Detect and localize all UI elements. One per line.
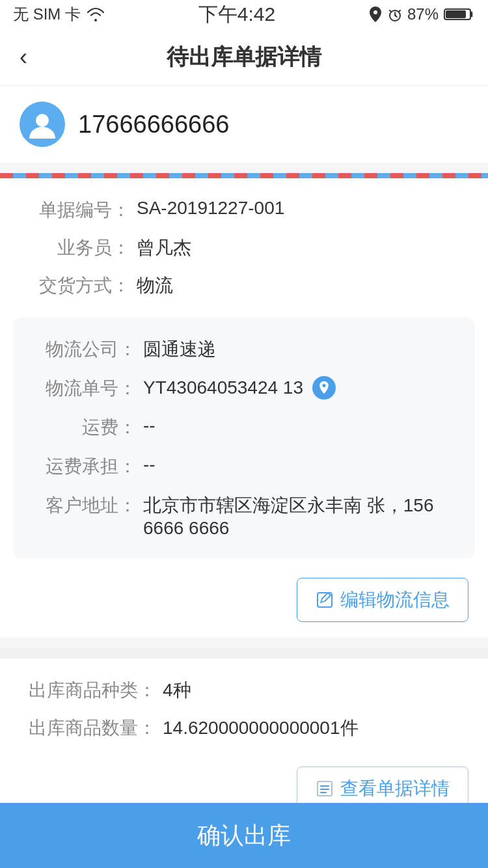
edit-icon (316, 591, 334, 609)
goods-type-label: 出库商品种类： (26, 678, 156, 703)
goods-block: 出库商品种类： 4种 出库商品数量： 14.620000000000001件 (0, 658, 488, 760)
freight-value: -- (137, 415, 455, 436)
salesman-label: 业务员： (26, 236, 130, 260)
goods-qty-value: 14.620000000000001件 (156, 716, 359, 740)
order-number-value: SA-20191227-001 (130, 198, 462, 219)
logistics-tracking-row: 物流单号： YT43064053424 13 (33, 376, 455, 401)
freight-bearer-label: 运费承担： (33, 454, 137, 479)
dashed-divider (0, 173, 488, 178)
page-title: 待出库单据详情 (167, 42, 321, 72)
user-icon (27, 109, 57, 139)
logistics-company-value: 圆通速递 (137, 337, 455, 362)
address-row: 客户地址： 北京市市辖区海淀区永丰南 张，156 6666 6666 (33, 493, 455, 539)
logistics-tracking-label: 物流单号： (33, 376, 137, 401)
salesman-row: 业务员： 曾凡杰 (26, 236, 462, 260)
customer-phone: 17666666666 (78, 111, 229, 139)
logistics-company-label: 物流公司： (33, 337, 137, 362)
address-value: 北京市市辖区海淀区永丰南 张，156 6666 6666 (137, 493, 455, 539)
svg-point-4 (36, 114, 49, 127)
order-number-label: 单据编号： (26, 198, 130, 223)
confirm-button[interactable]: 确认出库 (0, 803, 488, 868)
order-info-block: 单据编号： SA-20191227-001 业务员： 曾凡杰 交货方式： 物流 (0, 178, 488, 318)
edit-btn-row: 编辑物流信息 (0, 571, 488, 638)
status-right: 87% (368, 5, 475, 23)
order-info-section: 单据编号： SA-20191227-001 业务员： 曾凡杰 交货方式： 物流 … (0, 178, 488, 638)
freight-label: 运费： (33, 415, 137, 440)
goods-qty-label: 出库商品数量： (26, 716, 156, 740)
freight-row: 运费： -- (33, 415, 455, 440)
battery-icon (444, 7, 475, 22)
svg-rect-3 (446, 10, 466, 18)
status-time: 下午4:42 (198, 1, 275, 28)
address-label: 客户地址： (33, 493, 137, 518)
carrier-label: 无 SIM 卡 (13, 4, 81, 25)
customer-header: 17666666666 (0, 86, 488, 163)
goods-type-row: 出库商品种类： 4种 (26, 678, 462, 703)
delivery-label: 交货方式： (26, 273, 130, 298)
avatar (20, 102, 65, 147)
delivery-row: 交货方式： 物流 (26, 273, 462, 298)
delivery-value: 物流 (130, 273, 462, 298)
location-active-icon (368, 6, 383, 23)
wifi-icon (86, 7, 105, 21)
svg-point-5 (322, 384, 325, 387)
logistics-tracking-value: YT43064053424 13 (137, 376, 455, 400)
section-divider (0, 648, 488, 658)
freight-bearer-value: -- (137, 454, 455, 475)
status-left: 无 SIM 卡 (13, 4, 105, 25)
goods-qty-row: 出库商品数量： 14.620000000000001件 (26, 716, 462, 740)
back-button[interactable]: ‹ (20, 44, 27, 71)
edit-logistics-button[interactable]: 编辑物流信息 (297, 578, 468, 622)
logistics-company-row: 物流公司： 圆通速递 (33, 337, 455, 362)
alarm-icon (388, 6, 402, 23)
svg-point-0 (373, 10, 377, 14)
freight-bearer-row: 运费承担： -- (33, 454, 455, 479)
battery-label: 87% (407, 5, 439, 23)
goods-type-value: 4种 (156, 678, 191, 703)
salesman-value: 曾凡杰 (130, 236, 462, 260)
logistics-card: 物流公司： 圆通速递 物流单号： YT43064053424 13 运费： --… (13, 318, 475, 558)
status-bar: 无 SIM 卡 下午4:42 87% (0, 0, 488, 29)
order-number-row: 单据编号： SA-20191227-001 (26, 198, 462, 223)
nav-bar: ‹ 待出库单据详情 (0, 29, 488, 86)
map-pin-icon[interactable] (312, 376, 336, 400)
list-icon (316, 780, 334, 798)
